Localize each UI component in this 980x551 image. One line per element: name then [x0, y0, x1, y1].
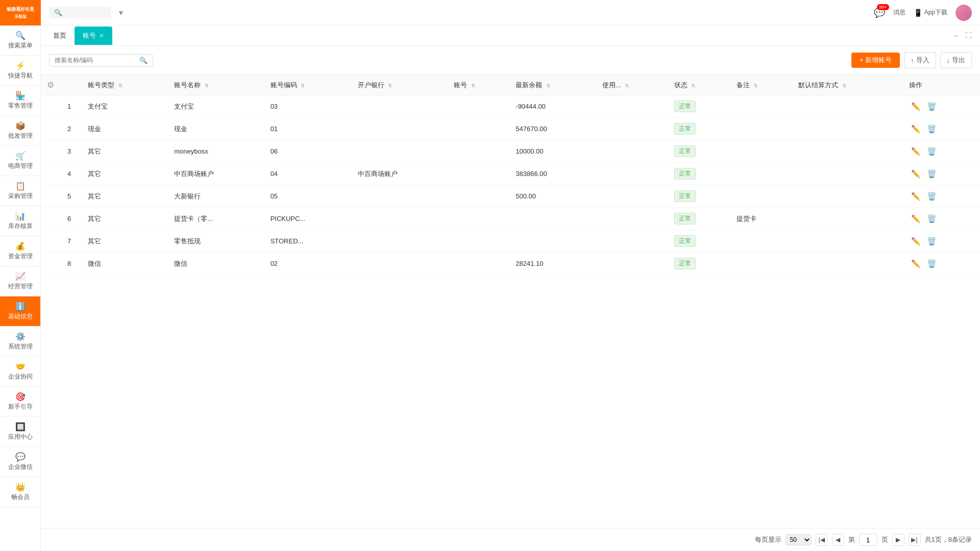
account-search-wrap[interactable]: 🔍 — [49, 54, 153, 67]
add-account-label: + 新增账号 — [860, 56, 892, 65]
col-balance[interactable]: 最新余额 ⇅ — [509, 75, 596, 95]
col-account[interactable]: 账号 ⇅ — [448, 75, 509, 95]
col-status[interactable]: 状态 ⇅ — [668, 75, 730, 95]
sort-account-icon[interactable]: ⇅ — [471, 83, 475, 88]
table-body: 1 支付宝 支付宝 03 -90444.00 正常 ✏️ 🗑️ 2 现金 现金 … — [41, 95, 980, 275]
top-search-input[interactable] — [65, 9, 106, 16]
edit-button[interactable]: ✏️ — [909, 258, 923, 269]
sort-balance-icon[interactable]: ⇅ — [546, 83, 550, 88]
ops-mgmt-icon: 📈 — [15, 271, 26, 281]
tab-minimize-icon[interactable]: ─ — [951, 30, 960, 41]
export-button[interactable]: ↓ 导出 — [940, 52, 972, 68]
delete-button[interactable]: 🗑️ — [925, 123, 939, 135]
row-status-cell: 正常 — [668, 95, 730, 118]
page-last-button[interactable]: ▶| — [909, 534, 921, 546]
col-remark[interactable]: 备注 ⇅ — [730, 75, 792, 95]
tab-home-label: 首页 — [53, 31, 66, 40]
notification-button[interactable]: 💬 99+ — [874, 7, 885, 18]
user-avatar[interactable] — [955, 5, 972, 21]
col-name-label: 账号名称 — [174, 81, 201, 89]
sidebar-item-beginner-guide[interactable]: 🎯 新手引导 — [0, 387, 40, 417]
edit-button[interactable]: ✏️ — [909, 101, 923, 112]
col-settings[interactable]: ⚙ — [41, 75, 61, 95]
page-content: 🔍 + 新增账号 ↑ 导入 ↓ 导出 — [41, 46, 980, 551]
sidebar-item-quick-nav[interactable]: ⚡ 快捷导航 — [0, 56, 40, 86]
sidebar-item-inventory[interactable]: 📊 库存核算 — [0, 206, 40, 236]
sidebar-item-search-menu[interactable]: 🔍 搜索菜单 — [0, 26, 40, 56]
row-account-cell — [448, 95, 509, 118]
delete-button[interactable]: 🗑️ — [925, 258, 939, 269]
page-number-input[interactable] — [859, 534, 877, 546]
sort-status-icon[interactable]: ⇅ — [691, 83, 695, 88]
delete-button[interactable]: 🗑️ — [925, 146, 939, 157]
sidebar-item-label: 畅会员 — [11, 493, 30, 502]
search-menu-icon: 🔍 — [15, 31, 26, 40]
sidebar-item-app-center[interactable]: 🔲 应用中心 — [0, 417, 40, 447]
sidebar-item-wholesale-mgmt[interactable]: 📦 批发管理 — [0, 116, 40, 146]
row-status-cell: 正常 — [668, 253, 730, 275]
sidebar-item-purchase-mgmt[interactable]: 📋 采购管理 — [0, 176, 40, 206]
delete-button[interactable]: 🗑️ — [925, 168, 939, 180]
row-bank-cell — [352, 230, 448, 253]
delete-button[interactable]: 🗑️ — [925, 236, 939, 247]
sidebar-item-label: 基础信息 — [8, 312, 33, 321]
sidebar-item-ecommerce-mgmt[interactable]: 🛒 电商管理 — [0, 146, 40, 176]
tab-home[interactable]: 首页 — [45, 27, 75, 45]
page-next-button[interactable]: ▶ — [892, 534, 904, 546]
import-button[interactable]: ↑ 导入 — [904, 52, 936, 68]
sidebar-item-enterprise-agreement[interactable]: 🤝 企业协同 — [0, 357, 40, 387]
edit-button[interactable]: ✏️ — [909, 123, 923, 135]
row-code-cell: PICKUPC... — [264, 208, 352, 230]
retail-mgmt-icon: 🏪 — [15, 91, 26, 101]
sort-bank-icon[interactable]: ⇅ — [388, 83, 392, 88]
tab-maximize-icon[interactable]: ⛶ — [963, 30, 974, 41]
edit-button[interactable]: ✏️ — [909, 191, 923, 202]
page-first-button[interactable]: |◀ — [816, 534, 828, 546]
delete-button[interactable]: 🗑️ — [925, 191, 939, 202]
tab-bar-controls: ─ ⛶ — [951, 30, 976, 41]
sidebar-item-ops-mgmt[interactable]: 📈 经营管理 — [0, 266, 40, 296]
sort-default-payment-icon[interactable]: ⇅ — [842, 83, 846, 88]
edit-button[interactable]: ✏️ — [909, 213, 923, 224]
sidebar-item-sys-mgmt[interactable]: ⚙️ 系统管理 — [0, 327, 40, 357]
edit-button[interactable]: ✏️ — [909, 146, 923, 157]
row-type-cell: 其它 — [82, 208, 168, 230]
row-code-cell: 05 — [264, 185, 352, 208]
sidebar-item-basic-info[interactable]: ℹ️ 基础信息 — [0, 296, 40, 327]
delete-button[interactable]: 🗑️ — [925, 213, 939, 224]
edit-button[interactable]: ✏️ — [909, 168, 923, 180]
sidebar-item-enterprise-wechat[interactable]: 💬 企业微信 — [0, 447, 40, 477]
tab-close-icon[interactable]: ✕ — [99, 32, 104, 39]
add-account-button[interactable]: + 新增账号 — [851, 53, 900, 68]
row-settings-cell — [41, 95, 61, 118]
tab-account[interactable]: 账号 ✕ — [75, 27, 112, 45]
sidebar-item-retail-mgmt[interactable]: 🏪 零售管理 — [0, 86, 40, 116]
col-usage[interactable]: 使用... ⇅ — [596, 75, 668, 95]
account-search-input[interactable] — [55, 57, 136, 64]
col-bank[interactable]: 开户银行 ⇅ — [352, 75, 448, 95]
sidebar-item-vip-member[interactable]: 👑 畅会员 — [0, 477, 40, 507]
col-name[interactable]: 账号名称 ⇅ — [168, 75, 264, 95]
row-code-cell: 04 — [264, 163, 352, 185]
app-download-button[interactable]: 📱 App下载 — [914, 8, 947, 17]
page-size-select[interactable]: 50 20 100 — [786, 534, 812, 545]
sort-usage-icon[interactable]: ⇅ — [625, 83, 629, 88]
page-prev-button[interactable]: ◀ — [832, 534, 844, 546]
top-search-bar[interactable]: 🔍 — [49, 7, 111, 18]
sort-name-icon[interactable]: ⇅ — [205, 83, 209, 88]
col-default-payment[interactable]: 默认结算方式 ⇅ — [792, 75, 903, 95]
top-dropdown-icon[interactable]: ▼ — [117, 9, 125, 17]
sort-type-icon[interactable]: ⇅ — [118, 83, 122, 88]
delete-button[interactable]: 🗑️ — [925, 101, 939, 112]
row-type-cell: 其它 — [82, 185, 168, 208]
col-type[interactable]: 账号类型 ⇅ — [82, 75, 168, 95]
sort-code-icon[interactable]: ⇅ — [301, 83, 305, 88]
edit-button[interactable]: ✏️ — [909, 236, 923, 247]
row-no-cell: 4 — [61, 163, 82, 185]
sidebar-item-finance-mgmt[interactable]: 💰 资金管理 — [0, 236, 40, 266]
settings-icon[interactable]: ⚙ — [47, 81, 54, 89]
col-code[interactable]: 账号编码 ⇅ — [264, 75, 352, 95]
sort-remark-icon[interactable]: ⇅ — [753, 83, 757, 88]
account-search-icon[interactable]: 🔍 — [139, 57, 148, 64]
row-action-cell: ✏️ 🗑️ — [903, 118, 980, 140]
